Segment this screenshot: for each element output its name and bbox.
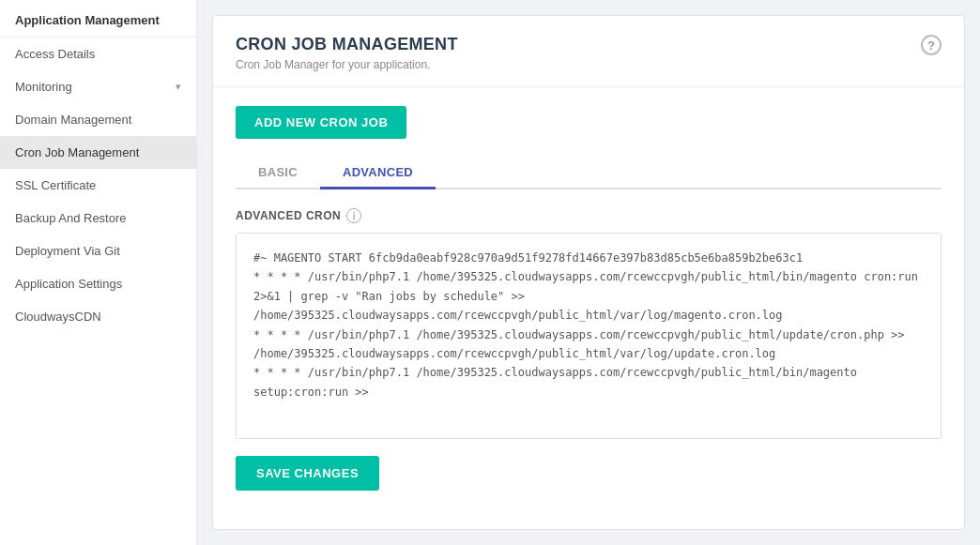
- sidebar-item-cloudwayscdn[interactable]: CloudwaysCDN: [0, 300, 196, 333]
- sidebar-item-domain-management[interactable]: Domain Management: [0, 103, 196, 136]
- sidebar-item-label: Domain Management: [15, 113, 131, 127]
- sidebar-item-cron-job-management[interactable]: Cron Job Management: [0, 136, 196, 169]
- cron-textarea[interactable]: [237, 234, 941, 438]
- cron-textarea-wrapper: [236, 233, 942, 439]
- section-info-icon[interactable]: i: [346, 208, 361, 223]
- tabs-container: BASICADVANCED: [236, 158, 942, 189]
- sidebar: Application Management Access DetailsMon…: [0, 0, 197, 545]
- page-subtitle: Cron Job Manager for your application.: [236, 58, 458, 71]
- sidebar-item-label: Deployment Via Git: [15, 244, 120, 258]
- header-left: CRON JOB MANAGEMENT Cron Job Manager for…: [236, 35, 458, 71]
- sidebar-item-application-settings[interactable]: Application Settings: [0, 267, 196, 300]
- main-body: ADD NEW CRON JOB BASICADVANCED ADVANCED …: [213, 87, 964, 529]
- help-icon[interactable]: ?: [921, 35, 942, 55]
- sidebar-item-access-details[interactable]: Access Details: [0, 38, 196, 70]
- sidebar-item-backup-and-restore[interactable]: Backup And Restore: [0, 202, 196, 235]
- sidebar-item-label: Access Details: [15, 47, 95, 61]
- section-label: ADVANCED CRON i: [236, 208, 942, 223]
- sidebar-item-label: CloudwaysCDN: [15, 310, 101, 324]
- sidebar-item-ssl-certificate[interactable]: SSL Certificate: [0, 169, 196, 202]
- sidebar-title: Application Management: [0, 0, 196, 38]
- sidebar-item-label: Backup And Restore: [15, 211, 127, 225]
- main-panel: CRON JOB MANAGEMENT Cron Job Manager for…: [212, 15, 965, 530]
- sidebar-item-label: Cron Job Management: [15, 145, 139, 159]
- tab-basic[interactable]: BASIC: [236, 158, 320, 189]
- main-header: CRON JOB MANAGEMENT Cron Job Manager for…: [213, 16, 964, 87]
- sidebar-item-deployment-via-git[interactable]: Deployment Via Git: [0, 235, 196, 267]
- chevron-down-icon: ▾: [176, 81, 181, 93]
- page-title: CRON JOB MANAGEMENT: [236, 35, 458, 54]
- add-cron-job-button[interactable]: ADD NEW CRON JOB: [236, 106, 406, 139]
- tab-advanced[interactable]: ADVANCED: [320, 158, 436, 189]
- sidebar-item-label: Monitoring: [15, 80, 72, 94]
- sidebar-item-label: SSL Certificate: [15, 178, 96, 192]
- sidebar-item-monitoring[interactable]: Monitoring▾: [0, 70, 196, 103]
- sidebar-item-label: Application Settings: [15, 277, 122, 291]
- save-changes-button[interactable]: SAVE CHANGES: [236, 456, 379, 491]
